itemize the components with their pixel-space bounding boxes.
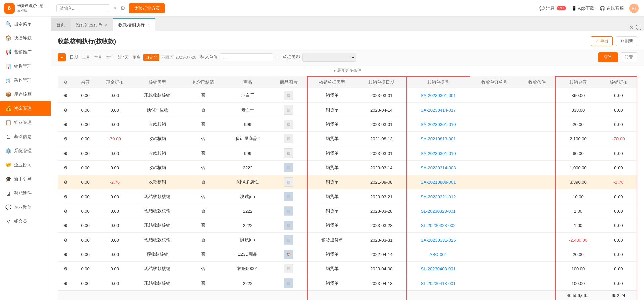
page: 收款核销执行(按收款) ↗ 导出 ↻ 刷新 » 日期 上月 本月 本年 近7天 — [51, 31, 644, 300]
settings-icon[interactable]: ⚙ — [64, 223, 68, 228]
cell-verify_type: 收款核销 — [133, 146, 182, 161]
solution-button[interactable]: 休验行业方案 — [129, 3, 165, 13]
settings-icon[interactable]: ⚙ — [64, 165, 68, 170]
partner-input[interactable] — [220, 53, 273, 61]
sidebar-item-label: 经营管理 — [14, 120, 32, 126]
sidebar-item-畅会员[interactable]: V畅会员 — [0, 214, 51, 228]
verify-no-link[interactable]: SL-20230418-001 — [421, 281, 456, 286]
close-tab-icon[interactable]: ✕ — [629, 24, 633, 31]
verify-no-link[interactable]: SA-20230301-010 — [421, 122, 456, 127]
sidebar-item-营销推广[interactable]: 📢营销推广 — [0, 45, 51, 59]
verify-no-link[interactable]: SL-20230328-002 — [421, 223, 456, 228]
custom-date-btn[interactable]: 自定义 — [143, 54, 159, 61]
sidebar-item-基础信息[interactable]: 🗂基础信息 — [0, 130, 51, 144]
verify-no-link[interactable]: SL-20230408-001 — [421, 266, 456, 271]
cell-verify_no: SA-20230331-026 — [407, 233, 470, 247]
sidebar-item-企业微信[interactable]: 💬企业微信 — [0, 200, 51, 214]
footer-cell-receipt_order_no — [470, 291, 519, 300]
settings-icon[interactable]: ⚙ — [64, 108, 68, 113]
topbar-search-input[interactable] — [56, 4, 110, 12]
cell-verify_date: 2023-03-14 — [357, 161, 407, 175]
settings-icon[interactable]: ⚙ — [64, 180, 68, 185]
tab-2[interactable]: 收款核销执行× — [113, 18, 155, 31]
sidebar-item-快捷导航[interactable]: 🏠快捷导航 — [0, 31, 51, 45]
sidebar-item-资金管理[interactable]: 💰资金管理 — [0, 101, 51, 116]
sidebar-item-经营管理[interactable]: 📋经营管理 — [0, 116, 51, 130]
settings-icon[interactable]: ⚙ — [64, 136, 68, 141]
cell-verify_doc_type: 销货单 — [307, 146, 357, 161]
cell-product_img: 🖼 — [271, 204, 307, 218]
settings-icon[interactable]: ⚙ — [64, 252, 68, 257]
cell-verify_discount: 0.00 — [600, 103, 637, 117]
settings-icon[interactable]: ⚙ — [64, 209, 68, 214]
sidebar-icon: V — [5, 218, 11, 224]
online-service-button[interactable]: 🎧 在线客服 — [600, 5, 624, 11]
settings-icon[interactable]: ⚙ — [64, 151, 68, 156]
verify-no-link[interactable]: SA-20230301-001 — [421, 93, 456, 98]
refresh-button[interactable]: ↻ 刷新 — [616, 36, 637, 46]
sidebar-item-智能硬件[interactable]: 🖨智能硬件 — [0, 186, 51, 200]
cell-verify_doc_type: 销货单 — [307, 276, 357, 291]
cell-verify_amount: 3,390.00 — [555, 175, 600, 189]
sidebar-item-新手引导[interactable]: 🎓新手引导 — [0, 172, 51, 186]
verify-no-link[interactable]: SA-20210808-001 — [421, 180, 456, 185]
cell-verify_discount: 0.00 — [600, 247, 637, 262]
settings-button[interactable]: 设置 — [621, 52, 637, 62]
message-badge: 99+ — [557, 6, 566, 10]
tab-close-icon[interactable]: × — [147, 23, 150, 27]
table-header-row: ⚙余额现金折扣核销类型包含已结清商品商品图片核销单据类型核销单据日期核销单据号收… — [58, 76, 637, 88]
cell-receipt_condition — [519, 262, 555, 276]
cell-balance: 0.00 — [74, 262, 97, 276]
avatar[interactable]: Rit — [629, 4, 639, 13]
tab-0[interactable]: 首页 — [51, 18, 71, 31]
message-button[interactable]: 💬 消息 99+ — [539, 5, 566, 11]
expand-conditions-button[interactable]: ▾ 展开更多条件 — [334, 68, 361, 73]
cell-verify_doc_type: 销货单 — [307, 161, 357, 175]
query-button[interactable]: 查询 — [598, 52, 618, 62]
verify-no-link[interactable]: SA-20230301-010 — [421, 151, 456, 156]
sidebar-item-销售管理[interactable]: 📊销售管理 — [0, 59, 51, 73]
verify-no-link[interactable]: ABC-001 — [429, 252, 447, 257]
export-button[interactable]: ↗ 导出 — [591, 36, 612, 46]
topbar: ▾ ⚙ 休验行业方案 💬 消息 99+ 📱 App下载 🎧 在线客服 Rit — [51, 0, 644, 17]
filter-date-btns: 上月 本月 本年 近7天 更多 自定义 — [80, 54, 159, 61]
sidebar-item-label: 搜索菜单 — [14, 21, 32, 27]
sidebar-item-企业协同[interactable]: 🤝企业协同 — [0, 158, 51, 172]
more-date-btn[interactable]: 更多 — [131, 54, 142, 61]
verify-no-link[interactable]: SA-20230321-012 — [421, 194, 456, 199]
tab-1[interactable]: 预付冲应付单× — [71, 18, 113, 31]
settings-icon[interactable]: ⚙ — [64, 281, 68, 286]
verify-no-link[interactable]: SA-20230331-026 — [421, 238, 456, 243]
tab-close-icon[interactable]: × — [105, 23, 107, 27]
cell-product_img: 🖼 — [271, 132, 307, 146]
verify-no-link[interactable]: SA-20210813-001 — [421, 136, 456, 141]
sidebar-item-库存核算[interactable]: 📦库存核算 — [0, 87, 51, 101]
sidebar-logo: 6 畅捷通谱好生意 标准版 — [0, 0, 51, 17]
sidebar-item-采购管理[interactable]: 🛒采购管理 — [0, 73, 51, 87]
filter-toggle-button[interactable]: » — [58, 53, 66, 61]
topbar-gear-icon[interactable]: ⚙ — [120, 5, 125, 11]
settings-icon[interactable]: ⚙ — [64, 122, 68, 127]
settings-icon[interactable]: ⚙ — [64, 266, 68, 271]
this-year-btn[interactable]: 本年 — [105, 54, 115, 61]
partner-more-icon[interactable]: ··· — [275, 55, 279, 60]
verify-no-link[interactable]: SL-20230328-001 — [421, 209, 456, 214]
verify-no-link[interactable]: SA-20230314-008 — [421, 165, 456, 170]
settings-icon[interactable]: ⚙ — [64, 93, 68, 98]
filter-right-actions: 查询 设置 — [598, 52, 637, 62]
sidebar-item-系统管理[interactable]: ⚙️系统管理 — [0, 144, 51, 158]
last-7days-btn[interactable]: 近7天 — [117, 54, 130, 61]
doctype-select[interactable] — [302, 53, 356, 62]
last-month-btn[interactable]: 上月 — [80, 54, 91, 61]
logo-name: 畅捷通谱好生意 — [17, 3, 43, 8]
this-month-btn[interactable]: 本月 — [93, 54, 103, 61]
expand-tab-icon[interactable]: ⛶ — [636, 25, 641, 31]
refresh-icon: ↻ — [621, 39, 625, 43]
app-download-button[interactable]: 📱 App下载 — [571, 5, 594, 11]
cell-verify_date: 2021-08-13 — [357, 132, 407, 146]
cell-verify_amount: 1.00 — [555, 218, 600, 233]
verify-no-link[interactable]: SA-20230414-017 — [421, 108, 456, 113]
settings-icon[interactable]: ⚙ — [64, 238, 68, 243]
settings-icon[interactable]: ⚙ — [64, 194, 68, 199]
sidebar-item-搜索菜单[interactable]: 🔍搜索菜单 — [0, 17, 51, 31]
